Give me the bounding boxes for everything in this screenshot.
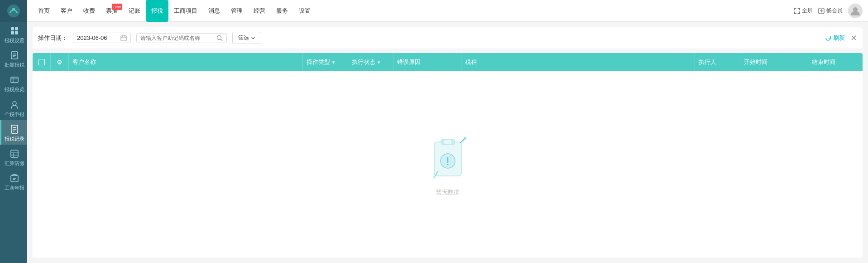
member-btn[interactable]: 畅会员	[818, 7, 843, 15]
empty-state: 暂无数据	[425, 133, 470, 196]
svg-point-43	[464, 137, 466, 139]
sidebar-item-settlement-label: 汇算清缴	[5, 161, 24, 166]
nav-business[interactable]: 工商项目	[168, 0, 203, 22]
nav-management[interactable]: 管理	[225, 0, 248, 22]
svg-rect-2	[11, 27, 14, 30]
search-input[interactable]	[140, 35, 214, 41]
svg-point-13	[13, 102, 16, 105]
sidebar-item-batch-tax-label: 批量报税	[5, 62, 24, 68]
svg-line-42	[460, 139, 464, 143]
th-executor: 执行人	[695, 53, 740, 71]
nav-operations[interactable]: 经营	[248, 0, 271, 22]
nav-message[interactable]: 消息	[203, 0, 225, 22]
tax-records-icon	[9, 124, 20, 135]
svg-rect-18	[11, 150, 18, 157]
sidebar-item-personal-tax-label: 个税申报	[5, 112, 24, 117]
fullscreen-icon	[794, 8, 800, 14]
th-checkbox[interactable]	[33, 53, 51, 71]
th-end-time: 结束时间	[808, 53, 863, 71]
date-input[interactable]	[77, 34, 118, 41]
main-area: 首页 客户 收费 票据 new 记账 报税 工商项目 消息 管理 经营	[27, 0, 868, 263]
sort-execution-status-icon: ▼	[377, 60, 381, 65]
sidebar-item-batch-tax[interactable]: 批量报税	[0, 46, 27, 71]
sort-operation-type-icon: ▼	[331, 60, 336, 65]
nav-billing[interactable]: 收费	[78, 0, 101, 22]
toolbar: 操作日期：	[33, 27, 863, 49]
th-customer-name: 客户名称	[69, 53, 303, 71]
th-execution-status[interactable]: 执行状态 ▼	[348, 53, 393, 71]
sidebar-item-tax-overview-label: 报税总览	[5, 87, 24, 93]
th-settings[interactable]: ⚙	[51, 53, 69, 71]
svg-rect-4	[11, 31, 14, 34]
tax-overview-icon	[9, 74, 20, 85]
settings-icon[interactable]: ⚙	[57, 58, 62, 66]
th-operation-type[interactable]: 操作类型 ▼	[303, 53, 348, 71]
topnav-right: 全屏 畅会员	[794, 4, 863, 18]
sidebar-item-tax-records[interactable]: 报税记录	[0, 120, 27, 145]
batch-tax-icon	[9, 50, 20, 61]
nav-tax[interactable]: 报税	[146, 0, 168, 22]
svg-line-33	[221, 39, 223, 41]
toolbar-right: 刷新 ✕	[825, 34, 857, 42]
close-button[interactable]: ✕	[850, 34, 857, 42]
sidebar-logo	[0, 0, 27, 22]
nav-accounting[interactable]: 记账	[123, 0, 146, 22]
svg-point-39	[447, 164, 448, 165]
svg-rect-36	[444, 140, 451, 144]
th-error-reason: 错误原因	[393, 53, 461, 71]
sidebar-item-personal-tax[interactable]: 个税申报	[0, 96, 27, 120]
th-start-time: 开始时间	[740, 53, 808, 71]
new-badge: new	[112, 4, 122, 10]
nav-services[interactable]: 服务	[271, 0, 293, 22]
svg-rect-10	[11, 77, 18, 83]
sidebar-item-annual-report[interactable]: 工商年报	[0, 169, 27, 194]
date-label: 操作日期：	[38, 34, 67, 42]
sidebar-item-tax-records-label: 报税记录	[5, 136, 24, 142]
page-content: 操作日期：	[27, 22, 868, 263]
svg-point-0	[7, 5, 20, 17]
svg-point-1	[12, 8, 15, 10]
chevron-down-icon	[251, 36, 255, 40]
svg-rect-28	[121, 36, 126, 41]
table-header: ⚙ 客户名称 操作类型 ▼ 执行状态 ▼ 错误原因	[33, 53, 863, 71]
nav-customer[interactable]: 客户	[55, 0, 78, 22]
select-all-checkbox[interactable]	[38, 59, 45, 65]
empty-text: 暂无数据	[436, 188, 460, 196]
sidebar-item-tax-settings-label: 报税设置	[5, 38, 24, 44]
svg-rect-5	[15, 31, 18, 34]
user-avatar[interactable]	[848, 4, 863, 18]
nav-settings[interactable]: 设置	[293, 0, 316, 22]
refresh-icon	[825, 35, 831, 41]
fullscreen-btn[interactable]: 全屏	[794, 7, 813, 15]
topnav: 首页 客户 收费 票据 new 记账 报税 工商项目 消息 管理 经营	[27, 0, 868, 22]
sidebar-item-annual-report-label: 工商年报	[5, 185, 24, 191]
svg-rect-3	[15, 27, 18, 30]
search-icon	[216, 35, 223, 41]
tax-settings-icon	[9, 25, 20, 36]
personal-tax-icon	[9, 99, 20, 110]
svg-rect-22	[11, 175, 18, 182]
refresh-button[interactable]: 刷新	[825, 34, 845, 42]
annual-report-icon	[9, 173, 20, 184]
content: 操作日期：	[27, 22, 868, 263]
table: ⚙ 客户名称 操作类型 ▼ 执行状态 ▼ 错误原因	[33, 53, 863, 258]
nav-invoice[interactable]: 票据 new	[101, 0, 123, 22]
sidebar: 报税设置 批量报税 报税总览	[0, 0, 27, 263]
search-wrap[interactable]	[136, 33, 227, 43]
sidebar-item-tax-settings[interactable]: 报税设置	[0, 22, 27, 46]
calendar-icon	[120, 35, 127, 41]
svg-point-41	[433, 176, 435, 178]
member-icon	[818, 8, 825, 14]
settlement-icon	[9, 148, 20, 159]
sidebar-item-tax-overview[interactable]: 报税总览	[0, 71, 27, 95]
date-input-wrap[interactable]	[73, 33, 131, 43]
empty-illustration	[425, 133, 470, 183]
th-tax-type: 税种	[461, 53, 695, 71]
table-body: 暂无数据	[33, 71, 863, 258]
sidebar-item-settlement[interactable]: 汇算清缴	[0, 145, 27, 169]
nav-home[interactable]: 首页	[33, 0, 55, 22]
filter-button[interactable]: 筛选	[232, 32, 261, 44]
